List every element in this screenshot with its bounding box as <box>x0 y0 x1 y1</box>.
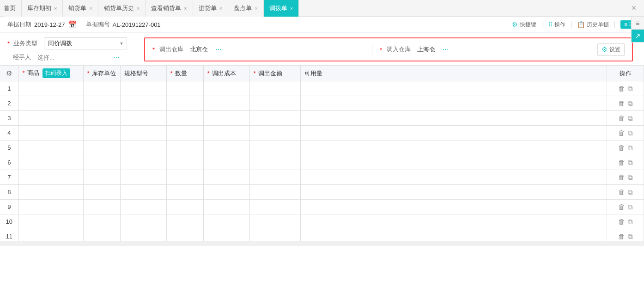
row-cost[interactable] <box>203 214 249 229</box>
delete-icon[interactable]: 🗑 <box>618 173 625 181</box>
row-unit[interactable] <box>83 111 120 126</box>
row-cost[interactable] <box>203 170 249 185</box>
row-cost[interactable] <box>203 126 249 140</box>
row-unit[interactable] <box>83 126 120 140</box>
row-product[interactable] <box>18 96 83 111</box>
row-spec[interactable] <box>120 140 166 155</box>
row-unit[interactable] <box>83 155 120 170</box>
table-scroll[interactable]: ⚙ * 商品 扫码录入 * 库存单位 规格型号 <box>0 66 644 241</box>
row-unit[interactable] <box>83 170 120 185</box>
operation-button[interactable]: ⠿ 操作 <box>548 21 565 29</box>
delete-icon[interactable]: 🗑 <box>618 188 625 196</box>
row-spec[interactable] <box>120 214 166 229</box>
tab-transfer-close[interactable]: × <box>290 6 293 11</box>
right-sidebar-list-btn[interactable]: ≡ <box>632 17 644 30</box>
row-cost[interactable] <box>203 111 249 126</box>
row-amount[interactable] <box>249 214 300 229</box>
row-cost[interactable] <box>203 229 249 242</box>
copy-icon[interactable]: ⧉ <box>628 188 633 196</box>
row-spec[interactable] <box>120 155 166 170</box>
handler-more-icon[interactable]: ··· <box>113 53 119 61</box>
row-qty[interactable] <box>166 81 203 96</box>
row-product[interactable] <box>18 126 83 140</box>
row-product[interactable] <box>18 214 83 229</box>
copy-icon[interactable]: ⧉ <box>628 129 633 137</box>
row-spec[interactable] <box>120 126 166 140</box>
row-cost[interactable] <box>203 96 249 111</box>
row-product[interactable] <box>18 155 83 170</box>
row-qty[interactable] <box>166 126 203 140</box>
history-button[interactable]: 📋 历史单据 <box>577 21 609 29</box>
business-type-select[interactable]: 同价调拨 ▾ <box>44 37 127 49</box>
row-qty[interactable] <box>166 200 203 214</box>
tab-bar-close-button[interactable]: × <box>627 2 640 15</box>
delete-icon[interactable]: 🗑 <box>618 85 625 92</box>
row-product[interactable] <box>18 229 83 242</box>
row-qty[interactable] <box>166 170 203 185</box>
tab-view-sales-close[interactable]: × <box>184 6 187 11</box>
row-qty[interactable] <box>166 96 203 111</box>
copy-icon[interactable]: ⧉ <box>628 173 633 182</box>
row-cost[interactable] <box>203 200 249 214</box>
tab-home[interactable]: 首页 <box>4 0 22 17</box>
row-avail[interactable] <box>300 155 607 170</box>
settings-button[interactable]: ⚙ 设置 <box>597 43 625 56</box>
delete-icon[interactable]: 🗑 <box>618 99 625 107</box>
row-amount[interactable] <box>249 140 300 155</box>
delete-icon[interactable]: 🗑 <box>618 232 625 240</box>
row-amount[interactable] <box>249 185 300 200</box>
handler-input[interactable] <box>37 54 107 61</box>
tab-purchase-close[interactable]: × <box>219 6 222 11</box>
row-spec[interactable] <box>120 185 166 200</box>
row-avail[interactable] <box>300 96 607 111</box>
row-amount[interactable] <box>249 126 300 140</box>
warehouse-in-more-icon[interactable]: ··· <box>443 45 449 54</box>
row-product[interactable] <box>18 185 83 200</box>
tab-sales-close[interactable]: × <box>89 6 92 11</box>
row-avail[interactable] <box>300 200 607 214</box>
row-unit[interactable] <box>83 185 120 200</box>
row-product[interactable] <box>18 81 83 96</box>
row-amount[interactable] <box>249 170 300 185</box>
row-spec[interactable] <box>120 81 166 96</box>
row-unit[interactable] <box>83 229 120 242</box>
row-product[interactable] <box>18 200 83 214</box>
right-sidebar-export-btn[interactable]: ↗ <box>632 30 644 43</box>
row-spec[interactable] <box>120 229 166 242</box>
tab-inventory-init-close[interactable]: × <box>54 6 57 11</box>
row-product[interactable] <box>18 140 83 155</box>
row-qty[interactable] <box>166 185 203 200</box>
tab-view-sales[interactable]: 查看销货单 × <box>146 0 193 17</box>
delete-icon[interactable]: 🗑 <box>618 218 625 226</box>
copy-icon[interactable]: ⧉ <box>628 99 633 108</box>
row-avail[interactable] <box>300 229 607 242</box>
row-qty[interactable] <box>166 229 203 242</box>
copy-icon[interactable]: ⧉ <box>628 85 633 93</box>
copy-icon[interactable]: ⧉ <box>628 144 633 152</box>
row-avail[interactable] <box>300 185 607 200</box>
row-avail[interactable] <box>300 111 607 126</box>
row-avail[interactable] <box>300 81 607 96</box>
row-amount[interactable] <box>249 155 300 170</box>
copy-icon[interactable]: ⧉ <box>628 114 633 122</box>
tab-sales-history[interactable]: 销货单历史 × <box>98 0 146 17</box>
row-avail[interactable] <box>300 170 607 185</box>
th-gear[interactable]: ⚙ <box>0 66 18 81</box>
scan-button[interactable]: 扫码录入 <box>43 68 70 78</box>
row-unit[interactable] <box>83 140 120 155</box>
row-spec[interactable] <box>120 170 166 185</box>
row-spec[interactable] <box>120 200 166 214</box>
row-amount[interactable] <box>249 111 300 126</box>
copy-icon[interactable]: ⧉ <box>628 203 633 211</box>
row-avail[interactable] <box>300 140 607 155</box>
horizontal-scrollbar[interactable] <box>0 241 644 246</box>
tab-sales-history-close[interactable]: × <box>137 6 140 11</box>
row-qty[interactable] <box>166 111 203 126</box>
row-amount[interactable] <box>249 81 300 96</box>
copy-icon[interactable]: ⧉ <box>628 218 633 226</box>
row-spec[interactable] <box>120 111 166 126</box>
tab-inventory-init[interactable]: 库存期初 × <box>22 0 63 17</box>
row-avail[interactable] <box>300 126 607 140</box>
table-gear-icon[interactable]: ⚙ <box>6 69 12 78</box>
row-cost[interactable] <box>203 155 249 170</box>
